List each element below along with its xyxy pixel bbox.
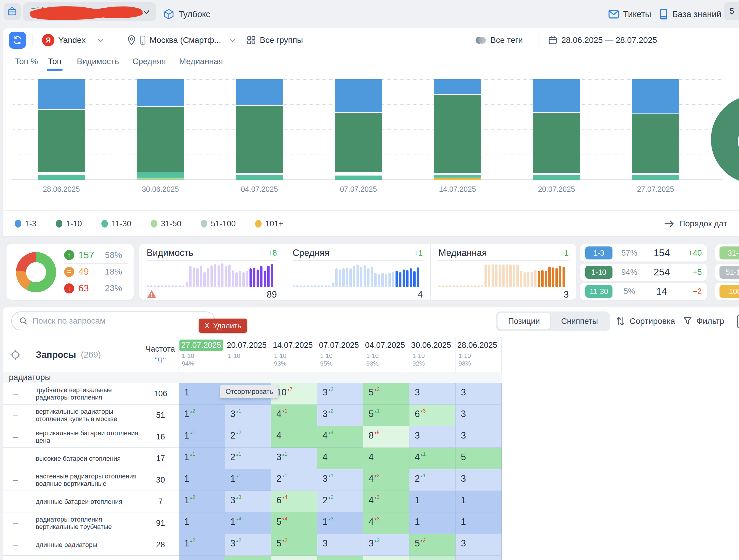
position-cell[interactable]: 4▾3 — [363, 491, 409, 513]
position-cell[interactable]: 6▾3 — [409, 405, 455, 426]
position-cell[interactable]: 3▴1 — [271, 448, 317, 469]
position-cell[interactable]: 2▴1 — [271, 469, 317, 491]
row-handle[interactable]: – — [3, 383, 28, 404]
position-cell[interactable]: 1 — [179, 513, 225, 534]
position-cell[interactable]: 3 — [455, 426, 502, 448]
position-cell[interactable]: 3▴2 — [363, 534, 409, 556]
legend-item-31-50[interactable]: 31-50 — [151, 219, 181, 228]
position-cell[interactable]: 3▴1 — [317, 469, 363, 491]
position-cell[interactable]: 1 — [179, 383, 225, 405]
stacked-bar[interactable] — [335, 79, 382, 180]
queries-column-header[interactable]: Запросы (269) — [28, 337, 142, 372]
corner-counter[interactable]: 5 — [724, 2, 739, 20]
position-cell[interactable]: 3▴3 — [225, 491, 271, 513]
position-cell[interactable]: 1▴4 — [225, 513, 271, 534]
row-handle[interactable]: – — [3, 448, 28, 469]
row-handle[interactable]: – — [3, 513, 28, 534]
position-cell[interactable]: 1▴3 — [317, 513, 363, 534]
stacked-bar[interactable] — [632, 79, 679, 180]
toolbox-menu[interactable]: Тулбокс — [163, 0, 210, 28]
legend-item-11-30[interactable]: 11-30 — [101, 219, 131, 228]
position-cell[interactable]: 1 — [455, 491, 502, 513]
date-range-picker[interactable]: 28.06.2025 — 28.07.2025 — [548, 28, 657, 52]
position-cell[interactable]: 1▴1 — [225, 469, 271, 491]
range-stat-100+[interactable]: 100+ — [715, 283, 739, 300]
position-cell[interactable]: 4▾2 — [363, 469, 409, 491]
query-cell[interactable]: высокие батареи отопления — [28, 448, 142, 469]
query-cell[interactable]: длинные батареи отопления — [28, 491, 142, 512]
tickets-link[interactable]: Тикеты — [608, 0, 651, 28]
position-cell[interactable]: 5▴1 — [363, 405, 409, 426]
metric-card-средняя[interactable]: Средняя+14 — [285, 244, 431, 300]
position-cell[interactable]: 3 — [455, 383, 502, 405]
position-cell[interactable]: 4 — [271, 426, 317, 448]
position-cell[interactable]: 5▾2 — [271, 534, 317, 556]
tab-snippets[interactable]: Сниппеты — [550, 313, 609, 330]
delete-button[interactable]: Х Удалить — [199, 319, 247, 333]
position-cell[interactable]: 3▴2 — [225, 534, 271, 556]
position-cell[interactable]: 3 — [317, 534, 363, 556]
range-stat-1-10[interactable]: 1-1094%254+5 — [580, 263, 707, 281]
query-cell[interactable]: длинные радиаторы — [28, 534, 142, 555]
position-cell[interactable]: 4▴4 — [317, 426, 363, 448]
position-cell[interactable]: 1 — [179, 469, 225, 491]
metric-card-видимость[interactable]: Видимость+889 — [139, 244, 285, 300]
position-cell[interactable]: 5▾2 — [409, 534, 455, 556]
query-cell[interactable]: трубчатые вертикальные радиаторы отоплен… — [28, 383, 142, 404]
position-cell[interactable]: 3▴2 — [317, 383, 363, 405]
date-column-30.06.2025[interactable]: 30.06.20251-1092% — [409, 337, 455, 372]
date-column-04.07.2025[interactable]: 04.07.20251-1093% — [363, 337, 409, 372]
filter-button[interactable]: Фильтр — [683, 312, 724, 331]
tab-топ-[interactable]: Топ % — [15, 52, 38, 71]
tab-медианная[interactable]: Медианная — [179, 52, 223, 71]
tab-средняя[interactable]: Средняя — [132, 52, 166, 71]
position-cell[interactable]: 1 — [409, 513, 455, 534]
projects-button[interactable] — [4, 3, 21, 20]
region-selector[interactable]: Москва (Смартф... — [127, 28, 236, 52]
position-cell[interactable]: 4▴1 — [409, 448, 455, 469]
tags-selector[interactable]: Все теги — [475, 28, 523, 52]
date-column-27.07.2025[interactable]: 27.07.20251-1094% — [179, 337, 225, 372]
position-cell[interactable]: 3 — [455, 405, 502, 426]
position-cell[interactable]: 6▾4 — [271, 491, 317, 513]
date-column-07.07.2025[interactable]: 07.07.20251-1095% — [317, 337, 363, 372]
stacked-bar[interactable] — [533, 79, 580, 180]
position-cell[interactable]: 3 — [409, 383, 455, 405]
row-handle[interactable]: – — [3, 426, 28, 447]
legend-item-1-10[interactable]: 1-10 — [56, 219, 82, 228]
position-cell[interactable]: 2▴2 — [225, 426, 271, 448]
stacked-bar[interactable] — [38, 79, 85, 180]
frequency-column-header[interactable]: Частота "Ч" — [142, 337, 179, 372]
legend-item-101+[interactable]: 101+ — [255, 219, 283, 228]
position-cell[interactable]: 3▴1 — [225, 405, 271, 426]
tab-positions[interactable]: Позиции — [497, 313, 550, 330]
metric-card-медианная[interactable]: Медианная+13 — [430, 244, 576, 300]
search-engine-selector[interactable]: Я Yandex — [42, 28, 104, 52]
position-cell[interactable]: 3 — [455, 469, 502, 491]
position-cell[interactable]: 4▾1 — [271, 405, 317, 426]
position-cell[interactable]: 1▴2 — [179, 491, 225, 513]
query-cell[interactable]: вертикальные батареи отопления цена — [28, 426, 142, 447]
position-cell[interactable]: 1▴1 — [179, 426, 225, 448]
position-cell[interactable]: 1▴2 — [179, 534, 225, 556]
row-handle[interactable]: – — [3, 405, 28, 426]
date-column-20.07.2025[interactable]: 20.07.20251-10 — [225, 337, 271, 372]
position-cell[interactable]: 1▴2 — [179, 405, 225, 426]
query-cell[interactable]: радиаторы отопления вертикальные трубчат… — [28, 513, 142, 534]
query-cell[interactable]: вертикальные радиаторы отопления купить … — [28, 405, 142, 426]
position-cell[interactable]: 8▾5 — [363, 426, 409, 448]
position-cell[interactable]: 2▴1 — [409, 469, 455, 491]
select-all-target[interactable] — [3, 337, 28, 372]
stacked-bar[interactable] — [434, 79, 481, 180]
position-cell[interactable]: 2▴2 — [317, 491, 363, 513]
row-handle[interactable]: – — [3, 534, 28, 555]
search-input[interactable] — [32, 316, 207, 326]
query-search[interactable] — [11, 312, 215, 330]
columns-settings-icon[interactable] — [737, 315, 739, 328]
knowledge-base-link[interactable]: База знаний — [658, 0, 721, 28]
query-cell[interactable]: настенные радиаторы отопления водяные ве… — [28, 469, 142, 491]
tab-топ[interactable]: Топ — [48, 52, 61, 71]
stacked-bar[interactable] — [137, 79, 184, 180]
row-handle[interactable]: – — [3, 491, 28, 512]
stacked-bar[interactable] — [236, 79, 283, 180]
